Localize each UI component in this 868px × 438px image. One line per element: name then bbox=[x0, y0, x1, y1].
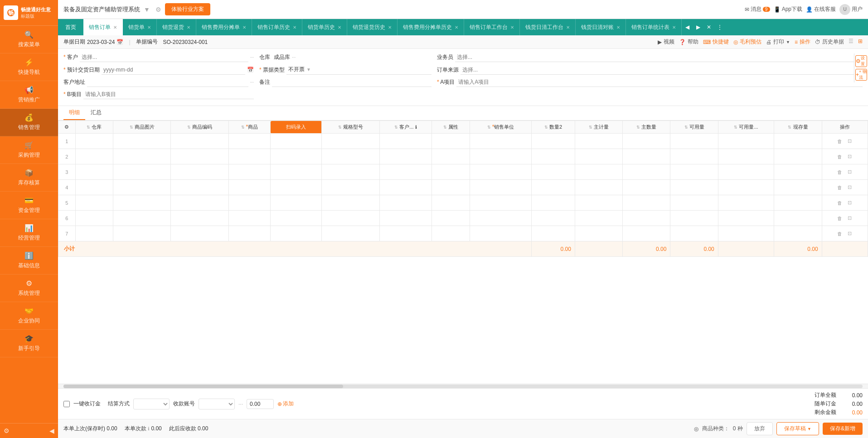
row-copy-7[interactable]: ⊡ bbox=[845, 229, 854, 238]
account-select[interactable] bbox=[199, 399, 235, 409]
history-btn[interactable]: ⏱ 历史单据 bbox=[815, 38, 844, 46]
profit-btn[interactable]: ◎ 毛利预估 bbox=[733, 38, 761, 46]
col-available2[interactable]: ⇅ 可用量... bbox=[718, 121, 774, 134]
row-attr-1[interactable] bbox=[432, 134, 470, 149]
row-warehouse-2[interactable] bbox=[75, 149, 113, 164]
address-dots[interactable]: ··· bbox=[250, 80, 254, 85]
row-image-2[interactable] bbox=[113, 149, 171, 164]
tab-close-note[interactable]: ✕ bbox=[147, 25, 151, 30]
row-available-2[interactable] bbox=[670, 149, 718, 164]
tab-fee-split[interactable]: 销售费用分摊单 ✕ bbox=[196, 19, 252, 35]
customer-input[interactable] bbox=[80, 53, 248, 62]
col-attr[interactable]: ⇅ 属性 bbox=[432, 121, 470, 134]
col-unit[interactable]: ⇅ *销售单位 bbox=[470, 121, 531, 134]
row-unit-1[interactable] bbox=[470, 134, 531, 149]
row-copy-5[interactable]: ⊡ bbox=[845, 198, 854, 207]
sidebar-item-base[interactable]: ℹ️ 基础信息 bbox=[0, 247, 58, 274]
tab-note-history[interactable]: 销货单历史 ✕ bbox=[302, 19, 347, 35]
dropdown-arrow-icon[interactable]: ▼ bbox=[144, 6, 150, 13]
grid-view-icon[interactable]: ⊞ bbox=[858, 38, 863, 46]
online-service-btn[interactable]: 👤 在线客服 bbox=[806, 5, 836, 13]
table-scrollbar[interactable] bbox=[58, 384, 868, 388]
row-delete-1[interactable]: 🗑 bbox=[835, 137, 844, 146]
user-btn[interactable]: U 用户 bbox=[839, 4, 863, 15]
row-code-2[interactable] bbox=[171, 149, 228, 164]
row-main-qty-1[interactable] bbox=[623, 134, 670, 149]
sidebar-item-collab[interactable]: 🤝 企业协同 bbox=[0, 302, 58, 330]
row-copy-1[interactable]: ⊡ bbox=[845, 137, 854, 146]
tab-close-all[interactable]: ✕ bbox=[703, 19, 714, 35]
sidebar-item-shortcut[interactable]: ⚡ 快捷导航 bbox=[0, 53, 58, 81]
view-btn[interactable]: ▶ 视频 bbox=[658, 38, 674, 46]
row-main-qty-2[interactable] bbox=[623, 149, 670, 164]
solution-button[interactable]: 体验行业方案 bbox=[165, 3, 210, 15]
method-select[interactable] bbox=[133, 399, 170, 409]
row-product-2[interactable] bbox=[228, 149, 271, 164]
sidebar-item-search[interactable]: 🔍 搜索菜单 bbox=[0, 26, 58, 53]
row-delete-2[interactable]: 🗑 bbox=[835, 152, 844, 161]
row-delete-6[interactable]: 🗑 bbox=[835, 214, 844, 223]
tab-close-sales[interactable]: ✕ bbox=[113, 25, 117, 30]
help-btn[interactable]: ❓ 帮助 bbox=[679, 38, 698, 46]
tab-close-return-history[interactable]: ✕ bbox=[388, 25, 392, 30]
row-available-1[interactable] bbox=[670, 134, 718, 149]
calendar-icon[interactable]: 📅 bbox=[116, 39, 123, 45]
sidebar-item-management[interactable]: 📊 经营管理 bbox=[0, 219, 58, 247]
tab-daily[interactable]: 钱货日清工作台 ✕ bbox=[520, 19, 576, 35]
discard-btn[interactable]: 放弃 bbox=[747, 422, 773, 435]
col-settings[interactable]: ⚙ bbox=[58, 121, 76, 134]
staff-input[interactable] bbox=[455, 53, 863, 62]
order-source-input[interactable] bbox=[461, 65, 863, 75]
row-stock-1[interactable] bbox=[774, 134, 822, 149]
remark-input[interactable] bbox=[272, 77, 432, 87]
operation-btn[interactable]: ≡ 操作 bbox=[795, 38, 810, 46]
col-available[interactable]: ⇅ 可用量 bbox=[670, 121, 718, 134]
col-qty2[interactable]: ⇅ 数量2 bbox=[532, 121, 575, 134]
tab-close-daily[interactable]: ✕ bbox=[566, 25, 570, 30]
tab-close-return[interactable]: ✕ bbox=[187, 25, 190, 30]
row-spec-1[interactable] bbox=[322, 134, 379, 149]
col-stock[interactable]: ⇅ 现存量 bbox=[774, 121, 822, 134]
row-qty2-1[interactable] bbox=[532, 134, 575, 149]
row-barcode-2[interactable] bbox=[271, 149, 322, 164]
row-unit-2[interactable] bbox=[470, 149, 531, 164]
b-project-input[interactable] bbox=[83, 90, 254, 99]
row-warehouse-3[interactable] bbox=[75, 164, 113, 180]
row-main-unit-1[interactable] bbox=[575, 134, 622, 149]
save-new-btn[interactable]: 保存&新增 bbox=[823, 423, 863, 435]
shortcut-btn[interactable]: ⌨ 快捷键 bbox=[703, 38, 729, 46]
tab-nav-right[interactable]: ▶ bbox=[693, 19, 703, 35]
sidebar-item-inventory[interactable]: 📦 库存核算 bbox=[0, 164, 58, 192]
row-copy-6[interactable]: ⊡ bbox=[845, 214, 854, 223]
row-barcode-1[interactable] bbox=[271, 134, 322, 149]
row-image-1[interactable] bbox=[113, 134, 171, 149]
row-attr-2[interactable] bbox=[432, 149, 470, 164]
tab-close-order-history[interactable]: ✕ bbox=[293, 25, 296, 30]
sidebar-collapse-btn[interactable]: ◀ bbox=[49, 427, 54, 434]
tab-close-note-history[interactable]: ✕ bbox=[338, 25, 341, 30]
tab-sales-order[interactable]: 销售订单 ✕ bbox=[83, 19, 123, 35]
sidebar-item-purchase[interactable]: 🛒 采购管理 bbox=[0, 136, 58, 164]
row-code-1[interactable] bbox=[171, 134, 228, 149]
row-available2-2[interactable] bbox=[718, 149, 774, 164]
save-draft-btn[interactable]: 保存草稿 ▼ bbox=[776, 422, 819, 435]
sidebar-item-sales[interactable]: 💰 销售管理 bbox=[0, 109, 58, 136]
col-image[interactable]: ⇅ 商品图片 bbox=[113, 121, 171, 134]
tab-stats[interactable]: 销售订单统计表 ✕ bbox=[626, 19, 682, 35]
row-copy-2[interactable]: ⊡ bbox=[845, 152, 854, 161]
col-code[interactable]: ⇅ 商品编码 bbox=[171, 121, 228, 134]
tab-order-history[interactable]: 销售订单历史 ✕ bbox=[252, 19, 302, 35]
message-btn[interactable]: ✉ 消息 9 bbox=[745, 5, 770, 13]
row-delete-5[interactable]: 🗑 bbox=[835, 198, 844, 207]
tab-close-fee[interactable]: ✕ bbox=[242, 25, 246, 30]
draft-arrow-icon[interactable]: ▼ bbox=[807, 427, 811, 431]
tab-nav-left[interactable]: ◀ bbox=[682, 19, 693, 35]
sidebar-item-system[interactable]: ⚙ 系统管理 bbox=[0, 274, 58, 302]
tab-summary[interactable]: 汇总 bbox=[85, 106, 107, 120]
sidebar-item-finance[interactable]: 💳 资金管理 bbox=[0, 192, 58, 219]
settings-gear-icon[interactable]: ⚙ bbox=[155, 6, 161, 13]
a-project-input[interactable] bbox=[456, 77, 863, 87]
row-copy-3[interactable]: ⊡ bbox=[845, 168, 854, 177]
date-value[interactable]: 2023-03-24 bbox=[87, 39, 115, 45]
add-material-btn[interactable]: + + 物流 bbox=[855, 69, 867, 81]
